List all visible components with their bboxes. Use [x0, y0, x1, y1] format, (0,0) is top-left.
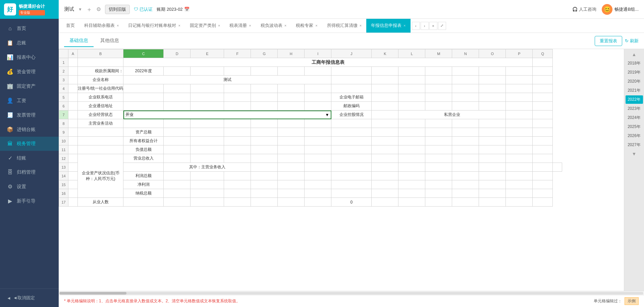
cell-2-M[interactable]: [425, 67, 452, 76]
cell-8-K[interactable]: [372, 119, 398, 128]
cell-13-E[interactable]: 其中：主营业务收入: [164, 163, 251, 172]
cell-11-M[interactable]: [425, 145, 452, 154]
cell-17-C[interactable]: [123, 198, 164, 207]
cell-17-H[interactable]: [278, 198, 305, 207]
cell-10-B[interactable]: [78, 137, 123, 145]
cell-4-G[interactable]: [251, 84, 278, 93]
cell-3-P[interactable]: [506, 76, 533, 84]
cell-8-D[interactable]: [164, 119, 191, 128]
cell-16-I[interactable]: [305, 189, 331, 198]
cell-14-G[interactable]: [251, 172, 278, 180]
cell-6-G[interactable]: [251, 102, 278, 111]
tab-taxwave-close[interactable]: ×: [284, 24, 286, 28]
year-panel-scroll-down[interactable]: ▼: [632, 151, 637, 157]
cell-6-F[interactable]: [224, 102, 251, 111]
cell-15-J[interactable]: [331, 180, 372, 189]
col-header-L[interactable]: L: [398, 49, 425, 58]
cell-10-O[interactable]: [479, 137, 506, 145]
cell-2-C[interactable]: 2022年度: [123, 67, 164, 76]
cell-10-P[interactable]: [506, 137, 533, 145]
cell-6-L[interactable]: [398, 102, 425, 111]
year-item-2027[interactable]: 2027年: [626, 141, 643, 149]
cell-8-A[interactable]: [68, 119, 78, 128]
cell-9-E[interactable]: [191, 128, 224, 137]
cell-13-K[interactable]: [398, 163, 425, 172]
cell-15-M[interactable]: [425, 180, 452, 189]
cell-9-I[interactable]: [305, 128, 331, 137]
cell-14-N[interactable]: [452, 172, 479, 180]
cell-9-Q[interactable]: [533, 128, 553, 137]
cell-3-O[interactable]: [479, 76, 506, 84]
cell-8-B[interactable]: 主营业务活动: [78, 119, 123, 128]
cell-6-O[interactable]: [479, 102, 506, 111]
cell-9-J[interactable]: [331, 128, 372, 137]
cell-11-D[interactable]: [164, 145, 191, 154]
col-header-K[interactable]: K: [372, 49, 398, 58]
tab-expand-button[interactable]: ×: [429, 22, 437, 30]
tab-incometax-close[interactable]: ×: [360, 24, 362, 28]
cell-12-M[interactable]: [425, 154, 452, 163]
cell-7-J[interactable]: 企业控股情况: [331, 111, 372, 119]
cell-10-M[interactable]: [425, 137, 452, 145]
year-item-2021[interactable]: 2021年: [626, 86, 643, 95]
cell-11-N[interactable]: [452, 145, 479, 154]
year-item-2019[interactable]: 2019年: [626, 68, 643, 77]
cell-11-L[interactable]: [398, 145, 425, 154]
cell-9-O[interactable]: [479, 128, 506, 137]
cell-4-L[interactable]: [398, 84, 425, 93]
cell-14-O[interactable]: [479, 172, 506, 180]
cell-2-K[interactable]: [372, 67, 398, 76]
year-item-2022[interactable]: 2022年: [626, 95, 643, 104]
spreadsheet-main[interactable]: A B C D E F G H I J: [59, 49, 624, 291]
cell-16-G[interactable]: [251, 189, 278, 198]
tab-taxcheck-close[interactable]: ×: [315, 24, 317, 28]
sidebar-item-ledger[interactable]: 📋 总账: [0, 36, 59, 50]
cell-14-L[interactable]: [398, 172, 425, 180]
cell-10-H[interactable]: [278, 137, 305, 145]
cell-2-L[interactable]: [398, 67, 425, 76]
calendar-icon[interactable]: 📅: [184, 7, 190, 12]
cell-5-C[interactable]: [123, 93, 164, 102]
cell-5-D[interactable]: [164, 93, 191, 102]
cell-11-E[interactable]: [191, 145, 224, 154]
topbar-settings-button[interactable]: ⚙: [96, 6, 101, 12]
cell-17-J[interactable]: 0: [331, 198, 372, 207]
cell-11-Q[interactable]: [533, 145, 553, 154]
cell-11-B[interactable]: [78, 145, 123, 154]
cell-2-E[interactable]: [191, 67, 224, 76]
service-button[interactable]: 🎧 人工咨询: [572, 6, 596, 12]
cell-10-C[interactable]: 所有者权益合计: [123, 137, 164, 145]
cell-8-J[interactable]: [331, 119, 372, 128]
cell-2-A[interactable]: [68, 67, 78, 76]
cell-4-E[interactable]: [191, 84, 224, 93]
cell-3-L[interactable]: [398, 76, 425, 84]
cell-4-K[interactable]: [372, 84, 398, 93]
cell-14-A[interactable]: [68, 172, 78, 180]
cell-4-Q[interactable]: [533, 84, 553, 93]
cell-6-H[interactable]: [278, 102, 305, 111]
cell-9-H[interactable]: [278, 128, 305, 137]
cell-12-Q[interactable]: [533, 154, 553, 163]
col-header-C[interactable]: C: [123, 49, 164, 58]
cell-17-N[interactable]: [452, 198, 479, 207]
cell-17-B[interactable]: 从业人数: [78, 198, 123, 207]
cell-14-H[interactable]: [278, 172, 305, 180]
col-header-I[interactable]: I: [305, 49, 331, 58]
cell-17-O[interactable]: [479, 198, 506, 207]
cell-12-C[interactable]: 营业总收入: [123, 154, 164, 163]
sidebar-item-settle[interactable]: ✓ 结账: [0, 151, 59, 165]
cell-9-F[interactable]: [224, 128, 251, 137]
topbar-add-button[interactable]: ＋: [86, 5, 92, 13]
cell-16-N[interactable]: [452, 189, 479, 198]
cell-14-J[interactable]: [331, 172, 372, 180]
cell-9-B[interactable]: [78, 128, 123, 137]
tab-yearreport-close[interactable]: ×: [404, 24, 406, 28]
cell-11-P[interactable]: [506, 145, 533, 154]
cell-1-title[interactable]: 工商年报信息表: [123, 58, 533, 67]
cell-14-Q[interactable]: [533, 172, 553, 180]
tab-taxcheck[interactable]: 税检专家 ×: [291, 19, 322, 33]
scroll-thumb[interactable]: [59, 292, 126, 295]
cell-6-I[interactable]: [305, 102, 331, 111]
tab-aux[interactable]: 科目辅助余额表 ×: [79, 19, 123, 33]
cell-3-A[interactable]: [68, 76, 78, 84]
